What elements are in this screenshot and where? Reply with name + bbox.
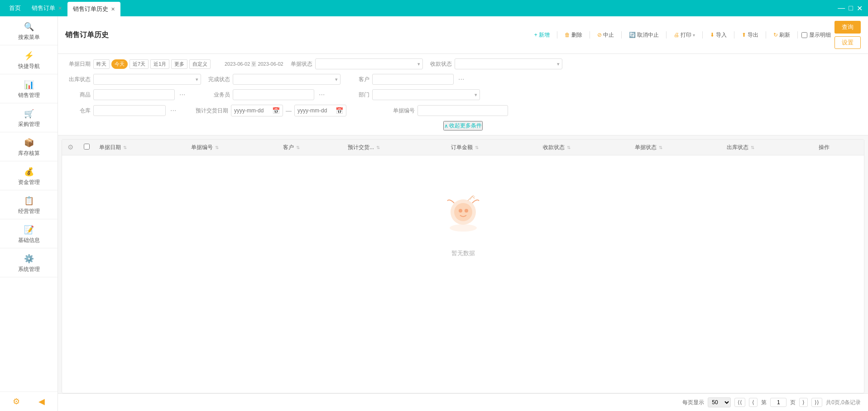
delete-icon: 🗑 — [565, 32, 570, 38]
current-page-input[interactable] — [770, 398, 786, 407]
date-btn-yesterday[interactable]: 昨天 — [93, 59, 110, 69]
sort-icon-out-status[interactable]: ⇅ — [751, 145, 754, 150]
doc-status-select[interactable] — [315, 58, 423, 69]
collapse-btn[interactable]: ∧ 收起更多条件 — [443, 121, 483, 131]
sort-icon-order-amount[interactable]: ⇅ — [475, 145, 479, 150]
out-status-select[interactable] — [93, 74, 201, 85]
sidebar-settings-btn[interactable]: ⚙ — [13, 396, 20, 406]
maximize-btn[interactable]: □ — [849, 4, 853, 12]
sidebar-item-search-menu[interactable]: 🔍 搜索菜单 — [0, 16, 58, 45]
filter-product-group: 商品 ··· — [65, 89, 201, 100]
print-btn[interactable]: 🖨 打印 ▾ — [670, 29, 699, 41]
warehouse-more-btn[interactable]: ··· — [168, 106, 178, 115]
tab-sales-order-history-close[interactable]: ✕ — [111, 6, 115, 12]
sidebar-item-inventory[interactable]: 📦 库存核算 — [0, 132, 58, 161]
doc-status-label: 单据状态 — [287, 60, 312, 68]
warehouse-input[interactable] — [93, 105, 166, 116]
system-mgmt-icon: ⚙️ — [24, 254, 34, 264]
refresh-btn[interactable]: ↻ 刷新 — [770, 29, 794, 41]
table-body: 暂无数据 — [62, 155, 864, 294]
close-btn[interactable]: ✕ — [857, 4, 863, 13]
customer-more-btn[interactable]: ··· — [456, 75, 466, 83]
toolbar-divider-4 — [666, 31, 667, 39]
sidebar-collapse-btn[interactable]: ◀ — [38, 396, 45, 406]
salesperson-input[interactable] — [233, 89, 314, 100]
toolbar-divider-2 — [590, 31, 590, 39]
doc-no-input[interactable] — [417, 105, 508, 116]
sidebar-item-system-mgmt[interactable]: ⚙️ 系统管理 — [0, 248, 58, 277]
per-page-select[interactable]: 20 50 100 200 — [708, 397, 731, 407]
date-to-cal-icon[interactable]: 📅 — [336, 107, 343, 114]
delete-btn[interactable]: 🗑 删除 — [561, 29, 586, 41]
export-btn[interactable]: ⬆ 导出 — [738, 29, 762, 41]
toolbar-divider-8 — [797, 31, 798, 39]
filter-dept-group: 部门 — [344, 89, 480, 100]
salesperson-more-btn[interactable]: ··· — [317, 91, 326, 99]
sidebar-item-finance[interactable]: 💰 资金管理 — [0, 161, 58, 190]
dept-select-wrapper — [372, 89, 480, 100]
tab-sales-order-history[interactable]: 销售订单历史 ✕ — [67, 2, 120, 16]
display-detail-checkbox[interactable] — [801, 32, 807, 38]
sort-icon-doc-date[interactable]: ⇅ — [123, 145, 127, 150]
content-area: 销售订单历史 + 新增 🗑 删除 ⊘ 中止 🔄 取消中止 — [58, 16, 868, 411]
filter-row-1: 单据日期 昨天 今天 近7天 近1月 更多 自定义 2023-06-02 至 2… — [65, 58, 861, 69]
date-btn-more[interactable]: 更多 — [171, 59, 187, 69]
out-status-select-wrapper — [93, 74, 201, 85]
svg-point-0 — [450, 224, 477, 232]
tab-sales-order[interactable]: 销售订单 ✕ — [26, 0, 67, 16]
product-more-btn[interactable]: ··· — [177, 91, 187, 99]
dept-select[interactable] — [372, 89, 480, 100]
filter-row-3: 商品 ··· 业务员 ··· 部门 — [65, 89, 861, 100]
date-to-field[interactable] — [297, 107, 334, 114]
date-from-cal-icon[interactable]: 📅 — [272, 107, 280, 114]
minimize-btn[interactable]: — — [838, 4, 845, 12]
sort-icon-doc-status[interactable]: ⇅ — [659, 145, 662, 150]
empty-state-icon — [441, 192, 486, 246]
sort-icon-customer[interactable]: ⇅ — [296, 145, 300, 150]
query-settings-group: 查询 设置 — [834, 21, 861, 49]
payment-status-select[interactable] — [455, 58, 562, 69]
sidebar-item-operations[interactable]: 📋 经营管理 — [0, 190, 58, 219]
sidebar-item-quick-nav[interactable]: ⚡ 快捷导航 — [0, 45, 58, 74]
date-btn-today[interactable]: 今天 — [111, 59, 128, 69]
new-btn[interactable]: + 新增 — [531, 29, 553, 41]
next-page-btn[interactable]: ⟩ — [799, 398, 808, 407]
query-btn[interactable]: 查询 — [834, 21, 861, 34]
first-page-btn[interactable]: ⟨⟨ — [734, 398, 745, 407]
complete-status-select[interactable] — [233, 74, 340, 85]
import-btn[interactable]: ⬇ 导入 — [706, 29, 730, 41]
per-page-label: 每页显示 — [682, 399, 704, 406]
sidebar-item-purchase-mgmt[interactable]: 🛒 采购管理 — [0, 103, 58, 132]
sort-icon-doc-no[interactable]: ⇅ — [215, 145, 219, 150]
date-btn-last1m[interactable]: 近1月 — [150, 59, 169, 69]
payment-status-label: 收款状态 — [427, 60, 452, 68]
top-bar-right: — □ ✕ — [838, 4, 868, 13]
th-payment-status: 收款状态 ⇅ — [538, 140, 630, 155]
empty-state-row: 暂无数据 — [62, 155, 864, 294]
customer-input[interactable] — [372, 74, 454, 85]
product-input[interactable] — [93, 89, 175, 100]
sort-icon-expected-date[interactable]: ⇅ — [376, 145, 380, 150]
date-btn-custom[interactable]: 自定义 — [189, 59, 211, 69]
purchase-mgmt-icon: 🛒 — [24, 109, 34, 119]
print-icon: 🖨 — [674, 32, 679, 38]
cancel-stop-btn[interactable]: 🔄 取消中止 — [625, 29, 662, 41]
stop-btn[interactable]: ⊘ 中止 — [594, 29, 618, 41]
export-icon: ⬆ — [742, 32, 746, 38]
prev-page-btn[interactable]: ⟨ — [749, 398, 758, 407]
tab-sales-order-close[interactable]: ✕ — [58, 5, 62, 11]
sort-icon-payment-status[interactable]: ⇅ — [567, 145, 571, 150]
select-all-checkbox[interactable] — [84, 144, 90, 150]
dept-label: 部门 — [344, 91, 369, 99]
date-from-field[interactable] — [234, 107, 270, 114]
product-label: 商品 — [65, 91, 91, 99]
sidebar-item-basic-info[interactable]: 📝 基础信息 — [0, 219, 58, 248]
complete-status-label: 完成状态 — [205, 76, 230, 83]
sidebar-item-sales-mgmt[interactable]: 📊 销售管理 — [0, 74, 58, 103]
date-btn-last7[interactable]: 近7天 — [129, 59, 149, 69]
last-page-btn[interactable]: ⟩⟩ — [811, 398, 822, 407]
table-settings-icon[interactable]: ⚙ — [67, 143, 73, 151]
page-label-after: 页 — [790, 399, 796, 406]
settings-btn[interactable]: 设置 — [834, 36, 861, 49]
tab-home[interactable]: 首页 — [4, 0, 26, 16]
